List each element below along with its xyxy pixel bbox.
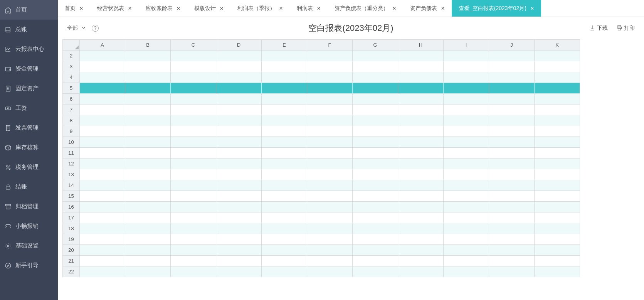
cell-G17[interactable] (353, 212, 398, 223)
cell-G9[interactable] (353, 126, 398, 137)
cell-I5[interactable] (444, 83, 489, 94)
row-header-22[interactable]: 22 (63, 266, 80, 277)
cell-D3[interactable] (216, 61, 262, 72)
cell-F6[interactable] (307, 94, 353, 104)
cell-G19[interactable] (353, 234, 398, 245)
cell-H8[interactable] (398, 115, 444, 126)
cell-C15[interactable] (171, 191, 216, 202)
cell-G7[interactable] (353, 104, 398, 115)
row-header-10[interactable]: 10 (63, 137, 80, 148)
cell-J6[interactable] (489, 94, 535, 104)
cell-E22[interactable] (262, 266, 307, 277)
cell-H10[interactable] (398, 137, 444, 148)
col-header-C[interactable]: C (171, 40, 216, 51)
cell-J12[interactable] (489, 158, 535, 169)
cell-A14[interactable] (80, 180, 125, 191)
cell-G18[interactable] (353, 223, 398, 234)
cell-K4[interactable] (535, 72, 580, 83)
cell-D4[interactable] (216, 72, 262, 83)
close-icon[interactable]: ✕ (392, 6, 396, 11)
row-header-21[interactable]: 21 (63, 256, 80, 266)
cell-F10[interactable] (307, 137, 353, 148)
filter-dropdown[interactable]: 全部 ? (67, 25, 99, 32)
row-header-12[interactable]: 12 (63, 158, 80, 169)
cell-A4[interactable] (80, 72, 125, 83)
row-header-11[interactable]: 11 (63, 148, 80, 158)
cell-K12[interactable] (535, 158, 580, 169)
row-header-14[interactable]: 14 (63, 180, 80, 191)
row-header-17[interactable]: 17 (63, 212, 80, 223)
cell-E13[interactable] (262, 169, 307, 180)
cell-I8[interactable] (444, 115, 489, 126)
close-icon[interactable]: ✕ (128, 6, 132, 11)
sidebar-item-7[interactable]: 库存核算 (0, 138, 58, 157)
cell-D20[interactable] (216, 245, 262, 256)
cell-E3[interactable] (262, 61, 307, 72)
cell-I17[interactable] (444, 212, 489, 223)
sidebar-item-10[interactable]: 归档管理 (0, 197, 58, 216)
cell-B16[interactable] (125, 202, 171, 212)
cell-K18[interactable] (535, 223, 580, 234)
cell-A18[interactable] (80, 223, 125, 234)
cell-H11[interactable] (398, 148, 444, 158)
cell-K2[interactable] (535, 51, 580, 61)
cell-H7[interactable] (398, 104, 444, 115)
cell-D14[interactable] (216, 180, 262, 191)
cell-I12[interactable] (444, 158, 489, 169)
tab-5[interactable]: 利润表✕ (290, 0, 328, 17)
cell-F12[interactable] (307, 158, 353, 169)
cell-E21[interactable] (262, 256, 307, 266)
cell-K9[interactable] (535, 126, 580, 137)
close-icon[interactable]: ✕ (530, 6, 534, 11)
cell-A15[interactable] (80, 191, 125, 202)
cell-F16[interactable] (307, 202, 353, 212)
cell-D2[interactable] (216, 51, 262, 61)
cell-D11[interactable] (216, 148, 262, 158)
cell-C2[interactable] (171, 51, 216, 61)
cell-G22[interactable] (353, 266, 398, 277)
row-header-4[interactable]: 4 (63, 72, 80, 83)
cell-J21[interactable] (489, 256, 535, 266)
cell-H19[interactable] (398, 234, 444, 245)
cell-C6[interactable] (171, 94, 216, 104)
cell-G8[interactable] (353, 115, 398, 126)
close-icon[interactable]: ✕ (279, 6, 283, 11)
cell-C12[interactable] (171, 158, 216, 169)
cell-A12[interactable] (80, 158, 125, 169)
cell-H22[interactable] (398, 266, 444, 277)
row-header-5[interactable]: 5 (63, 83, 80, 94)
cell-F5[interactable] (307, 83, 353, 94)
cell-F11[interactable] (307, 148, 353, 158)
cell-J4[interactable] (489, 72, 535, 83)
cell-H20[interactable] (398, 245, 444, 256)
cell-B19[interactable] (125, 234, 171, 245)
cell-H21[interactable] (398, 256, 444, 266)
sidebar-item-11[interactable]: 小畅报销 (0, 216, 58, 236)
cell-J13[interactable] (489, 169, 535, 180)
cell-F9[interactable] (307, 126, 353, 137)
cell-K6[interactable] (535, 94, 580, 104)
cell-E6[interactable] (262, 94, 307, 104)
cell-A3[interactable] (80, 61, 125, 72)
cell-B13[interactable] (125, 169, 171, 180)
cell-F21[interactable] (307, 256, 353, 266)
sidebar-item-2[interactable]: 云报表中心 (0, 39, 58, 59)
cell-G13[interactable] (353, 169, 398, 180)
cell-E8[interactable] (262, 115, 307, 126)
cell-F4[interactable] (307, 72, 353, 83)
cell-E14[interactable] (262, 180, 307, 191)
cell-E10[interactable] (262, 137, 307, 148)
row-header-9[interactable]: 9 (63, 126, 80, 137)
cell-J10[interactable] (489, 137, 535, 148)
cell-J20[interactable] (489, 245, 535, 256)
cell-A17[interactable] (80, 212, 125, 223)
cell-C17[interactable] (171, 212, 216, 223)
cell-K10[interactable] (535, 137, 580, 148)
cell-H9[interactable] (398, 126, 444, 137)
cell-H5[interactable] (398, 83, 444, 94)
cell-G16[interactable] (353, 202, 398, 212)
cell-I22[interactable] (444, 266, 489, 277)
spreadsheet-container[interactable]: ABCDEFGHIJK23456789101112131415161718192… (58, 39, 644, 300)
row-header-15[interactable]: 15 (63, 191, 80, 202)
tab-6[interactable]: 资产负债表（重分类）✕ (328, 0, 403, 17)
